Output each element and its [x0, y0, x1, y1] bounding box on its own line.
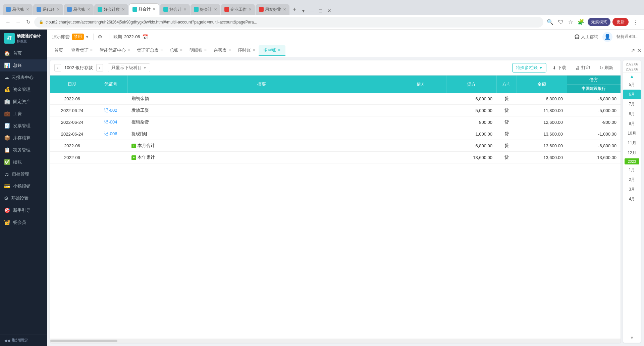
sidebar-item-close[interactable]: ✅ 结账	[0, 156, 47, 168]
browser-tab-3[interactable]: 易代账 ✕	[64, 4, 94, 15]
cal-month-sep[interactable]: 9月	[623, 119, 641, 129]
forward-btn[interactable]: →	[14, 19, 22, 25]
search-icon[interactable]: 🔍	[545, 19, 555, 25]
minimize-btn[interactable]: ─	[308, 8, 316, 13]
user-avatar[interactable]: 👤	[602, 32, 612, 42]
tab-voucher[interactable]: 查看凭证 ✕	[68, 45, 96, 56]
cal-month-mar[interactable]: 3月	[623, 185, 641, 194]
tab-smart-voucher[interactable]: 智能凭证中心 ✕	[96, 45, 133, 56]
sidebar-item-tax[interactable]: 📋 税务管理	[0, 144, 47, 156]
sidebar-item-settings[interactable]: ⚙ 基础设置	[0, 192, 47, 204]
tab-multi-col[interactable]: 多栏账 ✕	[259, 45, 285, 56]
tab7-close[interactable]: ✕	[214, 7, 217, 12]
tab-voucher-summary-close[interactable]: ✕	[160, 48, 163, 52]
browser-tab-9[interactable]: 用友好业 ✕	[256, 4, 289, 15]
tab-detail-ledger-close[interactable]: ✕	[204, 48, 207, 52]
sidebar-item-expense[interactable]: 💳 小畅报销	[0, 180, 47, 192]
cal-month-oct[interactable]: 10月	[623, 129, 641, 138]
tab-sequence-ledger[interactable]: 序时账 ✕	[234, 45, 259, 56]
browser-tab-6[interactable]: 好会计 ✕	[160, 4, 190, 15]
sidebar-item-invoice[interactable]: 🧾 发票管理	[0, 120, 47, 132]
back-btn[interactable]: ←	[4, 19, 12, 25]
tab-smart-voucher-close[interactable]: ✕	[127, 48, 130, 52]
cell-voucher[interactable]: 记-002	[94, 105, 127, 116]
tab-multi-col-close[interactable]: ✕	[278, 48, 281, 52]
download-btn[interactable]: ⬇ 下载	[549, 63, 570, 72]
tab6-close[interactable]: ✕	[183, 7, 186, 12]
sidebar-item-home[interactable]: 🏠 首页	[0, 47, 47, 59]
filter-btn[interactable]: 只显示下级科目 ▼	[108, 63, 151, 72]
topbar-dropdown-arrow[interactable]: ▼	[85, 35, 89, 39]
sidebar-item-archive[interactable]: 🗂 归档管理	[0, 168, 47, 180]
cal-scroll-up[interactable]: ▲	[623, 73, 641, 80]
update-btn[interactable]: 更新	[612, 18, 629, 26]
sidebar-item-inventory[interactable]: 📦 库存核算	[0, 132, 47, 144]
cal-month-aug[interactable]: 8月	[623, 109, 641, 119]
cal-month-jan[interactable]: 1月	[623, 165, 641, 175]
cell-voucher[interactable]: 记-006	[94, 128, 127, 140]
sidebar-item-reports[interactable]: ☁ 云报表中心	[0, 71, 47, 84]
browser-tab-1[interactable]: 易代账 ✕	[3, 4, 33, 15]
close-panel-btn[interactable]: ✕	[637, 47, 641, 54]
cal-scroll-down[interactable]: ▼	[623, 334, 641, 341]
sidebar-item-ledger[interactable]: 📊 总账	[0, 59, 47, 71]
cal-month-apr[interactable]: 4月	[623, 194, 641, 204]
tab-scroll-left[interactable]: ▼	[300, 8, 307, 13]
tab-detail-ledger[interactable]: 明细账 ✕	[186, 45, 210, 56]
cal-month-nov[interactable]: 11月	[623, 138, 641, 148]
expand-panel-btn[interactable]: ↗	[631, 47, 635, 54]
browser-tab-4[interactable]: 好会计数 ✕	[94, 4, 128, 15]
cell-voucher[interactable]: 记-004	[94, 116, 127, 128]
reload-btn[interactable]: ↻	[24, 19, 32, 25]
tab8-close[interactable]: ✕	[249, 7, 252, 12]
browser-tab-7[interactable]: 好会计 ✕	[191, 4, 220, 15]
tab-balance-close[interactable]: ✕	[228, 48, 231, 52]
tab5-close[interactable]: ✕	[153, 7, 156, 11]
scrollbar-thumb[interactable]	[50, 340, 117, 342]
cal-month-may[interactable]: 5月	[623, 80, 641, 90]
cancel-pin-btn[interactable]: ◀◀ 取消固定	[0, 335, 47, 346]
account-prev-btn[interactable]: ‹	[54, 64, 61, 71]
tab-general-ledger[interactable]: 总账 ✕	[166, 45, 186, 56]
sidebar-item-funds[interactable]: 💰 资金管理	[0, 84, 47, 96]
horizontal-scrollbar[interactable]	[50, 339, 621, 343]
consult-btn[interactable]: 🎧 人工咨询	[574, 34, 598, 40]
shield-icon[interactable]: 🛡	[557, 19, 565, 25]
sidebar-item-assets[interactable]: 🏢 固定资产	[0, 96, 47, 108]
cal-month-dec[interactable]: 12月	[623, 148, 641, 158]
tab-voucher-close[interactable]: ✕	[90, 48, 93, 52]
tab-general-ledger-close[interactable]: ✕	[180, 48, 183, 52]
settings-gear-icon[interactable]: ⚙	[98, 34, 102, 40]
browser-tab-5[interactable]: 好会计 ✕	[129, 3, 159, 15]
close-window-btn[interactable]: ✕	[325, 8, 333, 13]
sidebar-item-salary[interactable]: 💼 工资	[0, 108, 47, 120]
maximize-btn[interactable]: □	[317, 8, 324, 13]
tab9-close[interactable]: ✕	[283, 7, 286, 12]
extension-icon[interactable]: 🧩	[576, 19, 586, 25]
tab-home[interactable]: 首页	[50, 45, 68, 56]
multi-col-btn[interactable]: 特殊多栏账 ▼	[512, 63, 546, 72]
tab-sequence-close[interactable]: ✕	[252, 48, 255, 52]
cal-month-jul[interactable]: 7月	[623, 99, 641, 109]
print-btn[interactable]: 🖨 打印	[572, 63, 593, 72]
tab4-close[interactable]: ✕	[122, 7, 125, 12]
cal-month-jun[interactable]: 6月	[623, 90, 641, 99]
sidebar-item-guide[interactable]: 🎯 新手引导	[0, 204, 47, 216]
cal-month-feb[interactable]: 2月	[623, 175, 641, 185]
tab-voucher-summary[interactable]: 凭证汇总表 ✕	[133, 45, 166, 56]
tab2-close[interactable]: ✕	[57, 7, 60, 12]
new-tab-button[interactable]: +	[290, 4, 299, 15]
tab1-close[interactable]: ✕	[26, 7, 29, 12]
incognito-btn[interactable]: 无痕模式	[588, 18, 610, 26]
browser-tab-8[interactable]: 企业工作 ✕	[221, 4, 255, 15]
menu-dots-icon[interactable]: ⋮	[631, 18, 640, 26]
refresh-btn[interactable]: ↻ 刷新	[596, 63, 616, 72]
calendar-icon[interactable]: 📅	[142, 34, 148, 40]
url-input[interactable]: 🔒 cloud2.chanjet.com/accounting/uh26t264…	[34, 17, 543, 28]
account-next-btn[interactable]: ›	[96, 64, 103, 71]
tab-balance[interactable]: 余额表 ✕	[210, 45, 234, 56]
star-icon[interactable]: ☆	[567, 19, 574, 25]
browser-tab-2[interactable]: 易代账 ✕	[33, 4, 63, 15]
tab3-close[interactable]: ✕	[87, 7, 90, 12]
sidebar-item-vip[interactable]: 👑 畅会员	[0, 216, 47, 229]
